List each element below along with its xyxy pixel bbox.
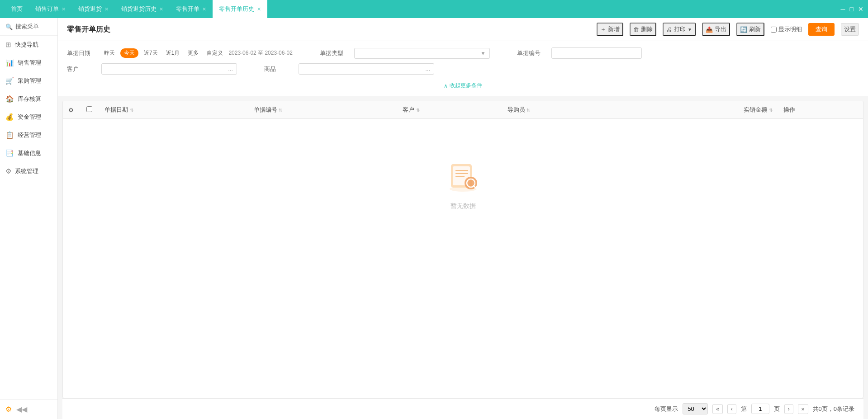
sidebar-item-quick-nav[interactable]: ⊞ 快捷导航 xyxy=(0,36,57,54)
data-table: ⚙ 单据日期 ⇅ 单据编号 ⇅ xyxy=(63,101,863,246)
date-btn-1month[interactable]: 近1月 xyxy=(163,48,183,58)
sort-icon: ⇅ xyxy=(130,108,133,113)
sidebar-item-label: 资金管理 xyxy=(18,113,41,121)
delete-button[interactable]: 🗑 删除 xyxy=(630,23,656,36)
customer-dots-icon[interactable]: ... xyxy=(228,66,233,72)
sort-icon: ⇅ xyxy=(526,108,530,113)
print-label: 打印 xyxy=(674,25,686,33)
doc-no-label: 单据编号 xyxy=(517,49,542,57)
sidebar-item-purchase-mgmt[interactable]: 🛒 采购管理 xyxy=(0,72,57,90)
sidebar-item-inventory[interactable]: 🏠 库存核算 xyxy=(0,90,57,108)
window-max-btn[interactable]: □ xyxy=(850,5,854,13)
sidebar-search[interactable]: 🔍 搜索采单 xyxy=(0,18,57,36)
date-btn-7days[interactable]: 近7天 xyxy=(141,48,161,58)
add-label: 新增 xyxy=(608,25,620,33)
date-btn-today[interactable]: 今天 xyxy=(120,48,138,58)
product-select[interactable]: ... xyxy=(299,63,434,75)
settings-button[interactable]: 设置 xyxy=(841,23,859,36)
th-date[interactable]: 单据日期 ⇅ xyxy=(99,101,248,119)
page-title: 零售开单历史 xyxy=(67,25,597,34)
date-btn-custom[interactable]: 自定义 xyxy=(204,48,226,58)
empty-state-row: 暂无数据 xyxy=(63,119,863,247)
tab-sales-return-history[interactable]: 销货退货历史 ✕ xyxy=(115,0,170,18)
delete-icon: 🗑 xyxy=(633,26,639,33)
customer-select[interactable]: ... xyxy=(101,63,237,75)
th-doc-no[interactable]: 单据编号 ⇅ xyxy=(248,101,398,119)
select-all-checkbox[interactable] xyxy=(86,106,92,112)
tab-sales-return[interactable]: 销货退货 ✕ xyxy=(72,0,115,18)
product-dots-icon[interactable]: ... xyxy=(425,66,430,72)
query-button[interactable]: 查询 xyxy=(808,23,835,36)
display-detail-label: 显示明细 xyxy=(778,25,802,33)
filter-area: 单据日期 昨天 今天 近7天 近1月 更多 自定义 2023-06-02 至 2… xyxy=(58,41,868,96)
tab-sales-order[interactable]: 销售订单 ✕ xyxy=(29,0,72,18)
th-amount-label: 实销金额 xyxy=(744,106,767,113)
tab-home-label: 首页 xyxy=(11,5,23,13)
refresh-button[interactable]: 🔄 刷新 xyxy=(736,23,764,36)
export-button[interactable]: 📤 导出 xyxy=(702,23,730,36)
page-last-btn[interactable]: » xyxy=(798,404,808,414)
table-header-row: ⚙ 单据日期 ⇅ 单据编号 ⇅ xyxy=(63,101,863,119)
refresh-icon: 🔄 xyxy=(740,26,747,33)
page-of-label: 页 xyxy=(774,405,780,413)
window-min-btn[interactable]: ─ xyxy=(841,5,845,13)
delete-label: 删除 xyxy=(641,25,653,33)
page-number-input[interactable] xyxy=(751,404,769,414)
sidebar-item-sys-mgmt[interactable]: ⚙ 系统管理 xyxy=(0,162,57,180)
customer-label: 客户 xyxy=(67,65,92,73)
close-icon[interactable]: ✕ xyxy=(202,6,206,12)
tab-retail-open-history[interactable]: 零售开单历史 ✕ xyxy=(213,0,267,18)
window-controls: ─ □ ✕ xyxy=(841,5,863,13)
search-icon: 🔍 xyxy=(5,24,13,30)
table-wrapper: ⚙ 单据日期 ⇅ 单据编号 ⇅ xyxy=(62,101,863,398)
quick-nav-icon: ⊞ xyxy=(5,41,11,49)
page-first-btn[interactable]: « xyxy=(712,404,723,414)
th-customer[interactable]: 客户 ⇅ xyxy=(397,101,502,119)
doc-type-select[interactable]: ▼ xyxy=(354,48,490,59)
add-button[interactable]: ＋ 新增 xyxy=(597,23,623,36)
collapse-button[interactable]: ∧ 收起更多条件 xyxy=(438,80,488,91)
th-settings[interactable]: ⚙ xyxy=(63,101,81,119)
tab-home[interactable]: 首页 xyxy=(5,0,29,18)
doc-no-input[interactable] xyxy=(551,47,642,59)
pagination-bar: 每页显示 10 20 50 100 « ‹ 第 页 › » 共0页，0条记录 xyxy=(62,398,863,419)
date-btn-yesterday[interactable]: 昨天 xyxy=(101,48,118,58)
display-detail-input[interactable] xyxy=(771,27,777,33)
filter-date-btns: 昨天 今天 近7天 近1月 更多 自定义 2023-06-02 至 2023-0… xyxy=(101,48,293,58)
print-icon: 🖨 xyxy=(666,26,672,33)
display-detail-checkbox[interactable]: 显示明细 xyxy=(771,25,802,33)
th-guide[interactable]: 导购员 ⇅ xyxy=(502,101,629,119)
close-icon[interactable]: ✕ xyxy=(104,6,109,12)
th-checkbox[interactable] xyxy=(81,101,99,119)
close-icon[interactable]: ✕ xyxy=(257,6,261,12)
per-page-select[interactable]: 10 20 50 100 xyxy=(683,403,708,414)
toolbar: ＋ 新增 🗑 删除 🖨 打印 ▼ 📤 导出 🔄 xyxy=(597,23,859,36)
page-prev-btn[interactable]: ‹ xyxy=(727,404,736,414)
close-icon[interactable]: ✕ xyxy=(159,6,163,12)
sidebar-item-sales-mgmt[interactable]: 📊 销售管理 xyxy=(0,54,57,72)
total-text: 共0页，0条记录 xyxy=(813,405,854,413)
settings-label: 设置 xyxy=(844,25,856,33)
main-layout: 🔍 搜索采单 ⊞ 快捷导航 📊 销售管理 🛒 采购管理 🏠 库存核算 💰 资金管… xyxy=(0,18,868,419)
tab-retail-open[interactable]: 零售开单 ✕ xyxy=(170,0,213,18)
settings-bottom-icon[interactable]: ⚙ xyxy=(5,405,12,414)
sort-icon: ⇅ xyxy=(769,108,773,113)
ops-mgmt-icon: 📋 xyxy=(5,131,14,139)
sidebar-item-basic-info[interactable]: 📑 基础信息 xyxy=(0,144,57,162)
settings-icon[interactable]: ⚙ xyxy=(68,107,74,113)
print-button[interactable]: 🖨 打印 ▼ xyxy=(663,23,696,36)
sidebar-item-label: 采购管理 xyxy=(18,77,41,85)
sidebar-search-label: 搜索采单 xyxy=(15,23,39,31)
close-icon[interactable]: ✕ xyxy=(62,6,66,12)
sidebar-item-finance[interactable]: 💰 资金管理 xyxy=(0,108,57,126)
sidebar-item-label: 库存核算 xyxy=(18,95,41,103)
sidebar-collapse-icon[interactable]: ◀◀ xyxy=(16,405,27,414)
sys-mgmt-icon: ⚙ xyxy=(5,167,11,175)
sidebar-item-ops-mgmt[interactable]: 📋 经营管理 xyxy=(0,126,57,144)
date-btn-more[interactable]: 更多 xyxy=(185,48,201,58)
sidebar-item-label: 系统管理 xyxy=(15,167,38,175)
window-close-btn[interactable]: ✕ xyxy=(858,5,863,13)
finance-icon: 💰 xyxy=(5,113,14,121)
th-amount[interactable]: 实销金额 ⇅ xyxy=(629,101,778,119)
page-next-btn[interactable]: › xyxy=(784,404,793,414)
